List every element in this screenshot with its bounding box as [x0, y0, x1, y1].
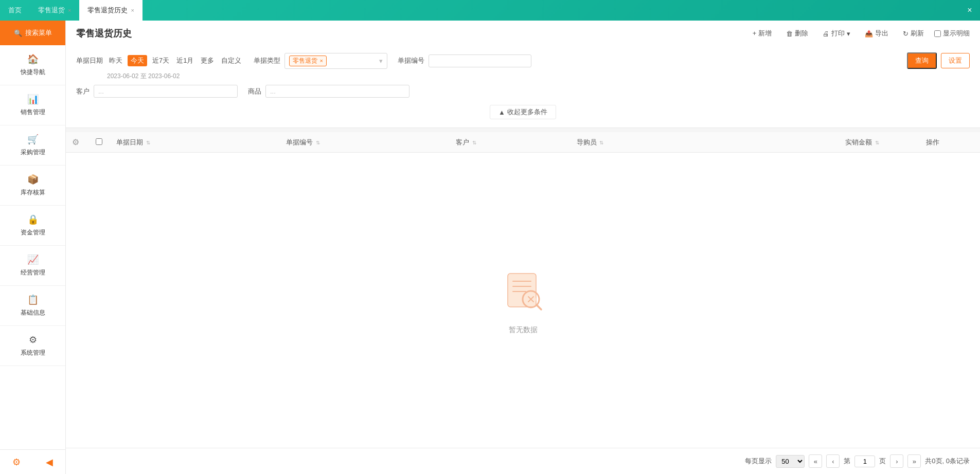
- date-options: 昨天 今天 近7天 近1月 更多 自定义: [107, 55, 243, 66]
- sidebar-item-finance-label: 资金管理: [21, 228, 45, 237]
- voucher-type-tag: 零售退货 ×: [289, 56, 326, 66]
- customer-select[interactable]: ...: [94, 85, 238, 98]
- sidebar-item-basic-info-label: 基础信息: [21, 308, 45, 317]
- main-layout: 🔍 搜索菜单 🏠 快捷导航 📊 销售管理 🛒 采购管理 📦 库存核算 🔒: [0, 21, 980, 474]
- voucher-type-dropdown-icon: ▾: [379, 57, 383, 65]
- goods-filter: 商品 ...: [248, 85, 409, 98]
- goods-select[interactable]: ...: [265, 85, 409, 98]
- print-dropdown-icon: ▾: [847, 30, 850, 38]
- date-filter: 单据日期 昨天 今天 近7天 近1月 更多 自定义: [76, 55, 243, 66]
- th-amount[interactable]: 实销金额 ⇅: [716, 132, 885, 153]
- filter-row-1: 单据日期 昨天 今天 近7天 近1月 更多 自定义 单据类型: [76, 52, 970, 69]
- date-opt-custom[interactable]: 自定义: [219, 55, 243, 66]
- query-button[interactable]: 查询: [907, 52, 937, 69]
- pagination: 每页显示 50 100 200 « ‹ 第 页 ›: [66, 448, 980, 474]
- th-guide[interactable]: 导购员 ⇅: [571, 132, 716, 153]
- sidebar-item-operations-label: 经营管理: [21, 268, 45, 277]
- finance-icon: 🔒: [27, 214, 39, 225]
- th-number[interactable]: 单据编号 ⇅: [280, 132, 450, 153]
- display-detail-toggle[interactable]: 显示明细: [934, 29, 970, 38]
- date-opt-yesterday[interactable]: 昨天: [107, 55, 124, 66]
- empty-state: 暂无数据: [66, 153, 980, 448]
- sidebar-item-quick-nav[interactable]: 🏠 快捷导航: [0, 45, 65, 85]
- tab-retail-return-history-close[interactable]: ×: [131, 7, 134, 13]
- goods-label: 商品: [248, 87, 261, 96]
- voucher-type-label: 单据类型: [254, 56, 280, 65]
- sidebar-item-purchase-label: 采购管理: [21, 148, 45, 157]
- sidebar-items: 🏠 快捷导航 📊 销售管理 🛒 采购管理 📦 库存核算 🔒 资金管理 📈: [0, 45, 65, 449]
- next-page-button[interactable]: ›: [890, 454, 903, 468]
- sidebar-item-inventory-label: 库存核算: [21, 188, 45, 197]
- export-button[interactable]: 📤 导出: [861, 27, 893, 40]
- system-icon: ⚙: [29, 334, 37, 345]
- date-opt-more[interactable]: 更多: [199, 55, 216, 66]
- sort-date-icon: ⇅: [146, 140, 150, 145]
- empty-illustration: [497, 266, 549, 317]
- sidebar-bottom: ⚙ ◀: [0, 449, 65, 474]
- sort-amount-icon: ⇅: [875, 140, 879, 145]
- th-actions: 操作: [885, 132, 980, 153]
- table-settings-icon[interactable]: ⚙: [72, 138, 79, 147]
- window-close-button[interactable]: ×: [959, 0, 980, 21]
- header-actions: + 新增 🗑 删除 🖨 打印 ▾ 📤 导出: [749, 27, 970, 40]
- sidebar-item-system-label: 系统管理: [21, 349, 45, 357]
- purchase-icon: 🛒: [27, 134, 39, 145]
- collapse-up-icon: ▲: [498, 108, 505, 116]
- sidebar-item-sales-label: 销售管理: [21, 108, 45, 117]
- voucher-number-label: 单据编号: [398, 56, 424, 65]
- per-page-label: 每页显示: [745, 457, 772, 466]
- first-page-button[interactable]: «: [809, 454, 822, 468]
- svg-line-6: [537, 305, 541, 309]
- refresh-button[interactable]: ↻ 刷新: [899, 27, 928, 40]
- page-header: 零售退货历史 + 新增 🗑 删除 🖨 打印 ▾ 📤: [66, 21, 980, 128]
- voucher-number-input[interactable]: [429, 54, 531, 67]
- sidebar-item-purchase-mgmt[interactable]: 🛒 采购管理: [0, 125, 65, 166]
- sidebar-item-finance[interactable]: 🔒 资金管理: [0, 206, 65, 246]
- th-date[interactable]: 单据日期 ⇅: [110, 132, 280, 153]
- sidebar-item-system-mgmt[interactable]: ⚙ 系统管理: [0, 326, 65, 366]
- settings-button[interactable]: 设置: [941, 53, 970, 68]
- settings-bottom-icon[interactable]: ⚙: [12, 457, 21, 468]
- date-opt-7days[interactable]: 近7天: [150, 55, 171, 66]
- new-button[interactable]: + 新增: [749, 27, 776, 40]
- date-filter-label: 单据日期: [76, 56, 103, 65]
- delete-button[interactable]: 🗑 删除: [782, 27, 812, 40]
- date-range-display: 2023-06-02 至 2023-06-02: [107, 72, 180, 80]
- tab-retail-return-history[interactable]: 零售退货历史 ×: [79, 0, 142, 21]
- collapse-filters-button[interactable]: ▲ 收起更多条件: [490, 105, 556, 119]
- date-opt-1month[interactable]: 近1月: [174, 55, 195, 66]
- select-all-checkbox[interactable]: [96, 138, 102, 145]
- tab-retail-return-close[interactable]: ×: [68, 7, 71, 13]
- current-page-input[interactable]: [854, 455, 875, 467]
- voucher-number-filter: 单据编号: [398, 54, 531, 67]
- sidebar: 🔍 搜索菜单 🏠 快捷导航 📊 销售管理 🛒 采购管理 📦 库存核算 🔒: [0, 21, 66, 474]
- voucher-type-tag-close[interactable]: ×: [319, 58, 323, 64]
- basic-info-icon: 📋: [27, 294, 39, 305]
- tab-home[interactable]: 首页: [0, 0, 30, 21]
- voucher-type-filter: 单据类型 零售退货 × ▾: [254, 53, 387, 69]
- tab-retail-return[interactable]: 零售退货 ×: [30, 0, 79, 21]
- inventory-icon: 📦: [27, 174, 39, 185]
- collapse-sidebar-icon[interactable]: ◀: [46, 457, 53, 468]
- export-icon: 📤: [865, 30, 873, 38]
- data-table: ⚙ 单据日期 ⇅ 单据编号 ⇅: [66, 132, 980, 153]
- page-header-top: 零售退货历史 + 新增 🗑 删除 🖨 打印 ▾ 📤: [76, 27, 970, 40]
- top-bar: 首页 零售退货 × 零售退货历史 × ×: [0, 0, 980, 21]
- sidebar-item-sales-mgmt[interactable]: 📊 销售管理: [0, 85, 65, 125]
- sidebar-search[interactable]: 🔍 搜索菜单: [0, 21, 65, 45]
- per-page-select[interactable]: 50 100 200: [776, 455, 805, 468]
- sidebar-item-inventory[interactable]: 📦 库存核算: [0, 166, 65, 206]
- sidebar-item-basic-info[interactable]: 📋 基础信息: [0, 286, 65, 326]
- voucher-type-select[interactable]: 零售退货 × ▾: [284, 53, 387, 69]
- date-opt-today[interactable]: 今天: [128, 55, 147, 66]
- display-detail-checkbox[interactable]: [934, 30, 941, 37]
- sort-customer-icon: ⇅: [472, 140, 476, 145]
- last-page-button[interactable]: »: [907, 454, 921, 468]
- print-button[interactable]: 🖨 打印 ▾: [818, 27, 854, 40]
- th-checkbox: [90, 132, 110, 153]
- page-unit: 页: [879, 457, 886, 466]
- print-icon: 🖨: [823, 30, 829, 38]
- th-customer[interactable]: 客户 ⇅: [450, 132, 570, 153]
- prev-page-button[interactable]: ‹: [826, 454, 840, 468]
- sidebar-item-operations[interactable]: 📈 经营管理: [0, 246, 65, 286]
